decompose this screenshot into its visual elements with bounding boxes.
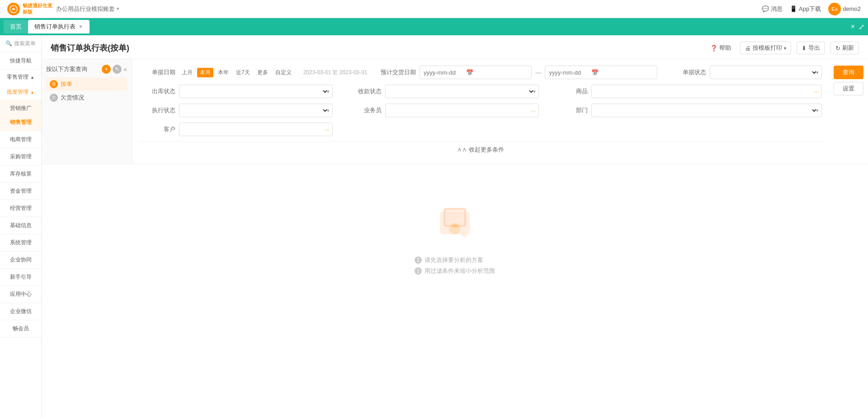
empty-state-illustration: ! <box>432 200 477 246</box>
date-tab-custom[interactable]: 自定义 <box>273 68 294 77</box>
salesperson-more-button[interactable]: ··· <box>531 107 536 114</box>
main-layout: 🔍 搜索菜单 快捷导航 零售管理 批发管理 营销推广 销售管理 电商管理 采购管… <box>0 35 868 418</box>
sidebar-operations-label: 经营管理 <box>10 205 32 211</box>
collection-status-select[interactable] <box>389 85 535 98</box>
export-label: 导出 <box>808 44 820 52</box>
status-select[interactable] <box>714 66 818 79</box>
sidebar-item-basic[interactable]: 基础信息 <box>0 217 41 234</box>
sidebar-item-wechat[interactable]: 企业微信 <box>0 303 41 320</box>
date-tabs: 上月 本月 本年 近7天 更多 自定义 <box>179 68 294 77</box>
sidebar-item-ecommerce[interactable]: 电商管理 <box>0 131 41 148</box>
predicted-delivery-start[interactable]: 📅 <box>420 66 532 79</box>
execution-status-field[interactable]: ▾ <box>179 104 333 117</box>
sidebar-quick-nav-label: 快捷导航 <box>10 57 32 64</box>
calendar-start-icon: 📅 <box>466 69 473 76</box>
product-label: 商品 <box>552 87 588 95</box>
tab-sales-order-label: 销售订单执行表 <box>34 23 75 31</box>
collection-status-field[interactable]: ▾ <box>385 85 539 98</box>
add-scheme-button[interactable]: + <box>102 65 111 74</box>
sidebar-item-system[interactable]: 系统管理 <box>0 234 41 252</box>
sidebar-inventory-label: 库存核算 <box>10 171 32 177</box>
user-area[interactable]: Ea demo2 <box>828 3 861 15</box>
breadcrumb[interactable]: 办公用品行业模拟账套 ▾ <box>56 5 119 13</box>
department-select[interactable] <box>595 104 818 117</box>
sidebar-sub-sales[interactable]: 销售管理 <box>0 115 41 129</box>
warehouse-status-select[interactable] <box>183 85 329 98</box>
collapse-scheme-button[interactable]: « <box>123 66 127 73</box>
window-maximize-button[interactable]: ⤢ <box>859 23 864 31</box>
scheme-item-by-order[interactable]: 按 按单 <box>46 77 127 91</box>
salesperson-field[interactable]: ··· <box>385 104 539 117</box>
customer-field[interactable]: ··· <box>179 123 333 136</box>
delivery-start-input[interactable] <box>424 69 464 76</box>
sidebar-newbie-label: 新手引导 <box>10 274 32 280</box>
tab-bar: 首页 销售订单执行表 × × ⤢ <box>0 18 868 35</box>
sidebar-item-operations[interactable]: 经营管理 <box>0 200 41 217</box>
sidebar-marketing-label: 营销推广 <box>10 105 32 111</box>
header-left: 畅捷通好生意 标版 办公用品行业模拟账套 ▾ <box>7 3 119 15</box>
date-tab-more[interactable]: 更多 <box>255 68 271 77</box>
product-field[interactable]: ··· <box>591 85 822 98</box>
date-tab-this-month[interactable]: 本月 <box>197 68 213 77</box>
breadcrumb-arrow-icon: ▾ <box>117 6 119 12</box>
app-download-button[interactable]: 📱 App下载 <box>790 5 821 13</box>
sidebar-item-appstore[interactable]: 应用中心 <box>0 286 41 303</box>
sidebar-item-newbie[interactable]: 新手引导 <box>0 269 41 286</box>
collapse-filter-button[interactable]: ∧∧ 收起更多条件 <box>139 142 822 157</box>
delivery-end-input[interactable] <box>549 69 590 76</box>
query-button[interactable]: 查询 <box>834 66 863 79</box>
execution-status-select[interactable] <box>183 104 329 117</box>
execution-status-label: 执行状态 <box>139 106 175 114</box>
settings-button[interactable]: 设置 <box>834 82 863 95</box>
message-button[interactable]: 💬 消息 <box>762 5 783 13</box>
help-icon: ❓ <box>710 45 717 52</box>
sidebar-item-wholesale[interactable]: 批发管理 <box>0 85 41 100</box>
sidebar-item-enterprise[interactable]: 企业协同 <box>0 252 41 269</box>
predicted-delivery-end[interactable]: 📅 <box>545 66 657 79</box>
sidebar-item-inventory[interactable]: 库存核算 <box>0 166 41 183</box>
tab-home[interactable]: 首页 <box>4 20 28 33</box>
edit-scheme-button[interactable]: ✎ <box>113 65 122 74</box>
scheme-item-shortage[interactable]: 欠 欠货情况 <box>46 91 127 104</box>
print-icon: 🖨 <box>745 45 751 52</box>
print-dropdown-icon: ▾ <box>784 46 786 51</box>
export-button[interactable]: ⬇ 导出 <box>797 42 825 54</box>
sidebar-item-finance[interactable]: 资金管理 <box>0 183 41 200</box>
top-header: 畅捷通好生意 标版 办公用品行业模拟账套 ▾ 💬 消息 📱 App下载 Ea d… <box>0 0 868 18</box>
customer-more-button[interactable]: ··· <box>325 126 330 133</box>
sidebar-item-quick-nav[interactable]: 快捷导航 <box>0 52 41 70</box>
tab-close-button[interactable]: × <box>78 24 83 30</box>
product-more-button[interactable]: ··· <box>814 88 819 95</box>
status-label: 单据状态 <box>670 68 706 76</box>
filter-row-execution: 执行状态 ▾ 业务员 ··· 部门 ▾ <box>139 104 822 117</box>
tab-sales-order[interactable]: 销售订单执行表 × <box>28 20 90 33</box>
empty-tip-1: 请先选择要分析的方案 <box>415 255 495 266</box>
logo-icon <box>7 3 20 15</box>
date-label: 单据日期 <box>139 68 175 76</box>
sidebar: 🔍 搜索菜单 快捷导航 零售管理 批发管理 营销推广 销售管理 电商管理 采购管… <box>0 35 42 418</box>
sidebar-item-purchase[interactable]: 采购管理 <box>0 148 41 166</box>
refresh-button[interactable]: ↻ 刷新 <box>830 42 859 54</box>
sidebar-search-label: 搜索菜单 <box>14 40 36 47</box>
sidebar-retail-label: 零售管理 <box>7 73 28 81</box>
status-field[interactable]: ▾ <box>710 66 822 79</box>
sidebar-search[interactable]: 🔍 搜索菜单 <box>0 35 41 52</box>
window-close-button[interactable]: × <box>851 23 855 31</box>
sidebar-item-member[interactable]: 畅会员 <box>0 320 41 337</box>
filter-action-buttons: 查询 设置 <box>829 59 868 164</box>
warehouse-status-label: 出库状态 <box>139 87 175 95</box>
sidebar-sub-marketing[interactable]: 营销推广 <box>0 101 41 115</box>
department-field[interactable]: ▾ <box>591 104 822 117</box>
print-button[interactable]: 🖨 按模板打印 ▾ <box>740 42 791 54</box>
warehouse-status-field[interactable]: ▾ <box>179 85 333 98</box>
header-right: 💬 消息 📱 App下载 Ea demo2 <box>762 3 861 15</box>
date-tab-last-month[interactable]: 上月 <box>179 68 195 77</box>
filter-scheme-actions: + ✎ « <box>102 65 127 74</box>
sidebar-wechat-label: 企业微信 <box>10 308 32 314</box>
date-tab-this-year[interactable]: 本年 <box>215 68 231 77</box>
help-button[interactable]: ❓ 帮助 <box>707 42 735 54</box>
calendar-end-icon: 📅 <box>591 69 599 76</box>
sidebar-item-retail[interactable]: 零售管理 <box>0 70 41 85</box>
date-tab-7days[interactable]: 近7天 <box>233 68 253 77</box>
logo-area: 畅捷通好生意 标版 <box>7 3 52 15</box>
